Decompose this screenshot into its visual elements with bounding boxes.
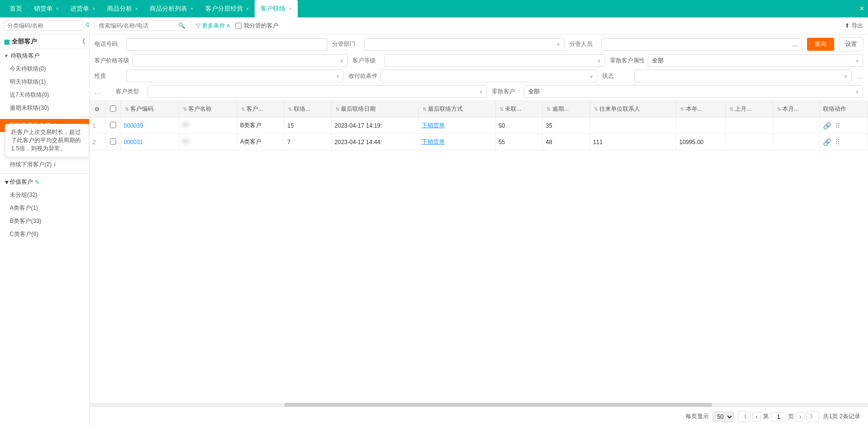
my-customers-checkbox[interactable] [235,23,242,29]
nav-item-customer-contact[interactable]: 客户联络 × [255,0,297,17]
nav-item-customer-tier[interactable]: 客户分层经营 × [199,0,255,17]
nav-item-purchase[interactable]: 进货单 × [64,0,101,17]
filter-payment: 收付款条件 ∨ [349,70,598,82]
row-checkbox-1[interactable] [105,134,121,150]
nav-close-analysis[interactable]: × [135,6,138,12]
col-code-header[interactable]: ⇅ 客户编码 [121,101,179,118]
sidebar-value-group[interactable]: ▼ 价值客户 ✎ [0,176,89,189]
nav-close-customer-tier[interactable]: × [246,6,249,12]
row-actions-0[interactable]: 🔗 ⠿ [820,118,868,134]
nav-close-purchase[interactable]: × [92,6,95,12]
action-link-icon-0[interactable]: 🔗 [823,122,831,130]
filter-phone: 电话号码 [94,38,327,51]
row3-more-btn[interactable]: … [856,72,863,80]
row-name-0[interactable]: *** [179,118,237,134]
sidebar-all-customers[interactable]: ▦ 全部客户 《 [0,34,89,49]
sidebar-item-overdue[interactable]: 逾期未联络(30) [0,102,89,115]
more-conditions-btn[interactable]: ▽ 更多条件 ∧ [196,22,230,30]
filter-customer-type: 客户类型 ∨ [116,85,487,98]
col-settings[interactable]: ⚙ [90,101,105,118]
sort-icon-person: ⇅ [594,106,598,112]
sidebar-item-7days[interactable]: 近7天待联络(0) [0,88,89,102]
sidebar-item-continuous-down[interactable]: 持续下滑客户(2) ℹ [0,158,89,171]
sort-icon-contact: ⇅ [288,106,292,112]
my-customers-checkbox-area[interactable]: 我分管的客户 [235,22,278,30]
col-type-header[interactable]: ⇅ 客户... [237,101,284,118]
page-input[interactable] [771,412,786,422]
sidebar-item-class-a[interactable]: A类客户(1) [0,202,89,215]
col-checkbox[interactable] [105,101,121,118]
row-last-method-1[interactable]: 下销货单 [418,134,495,150]
nav-item-analysis[interactable]: 商品分析 × [101,0,144,17]
status-select[interactable]: ∨ [634,70,852,82]
filter-search-icon[interactable]: 🔍 [178,22,185,29]
sidebar-search-icon[interactable]: 🔍 [85,22,90,29]
row-name-1[interactable]: *** [179,134,237,150]
filter-search-input[interactable] [99,22,176,29]
first-page-btn[interactable]: 《 [738,411,750,422]
prev-page-btn[interactable]: ‹ [752,412,761,422]
horizontal-scrollbar[interactable] [90,403,868,407]
col-this-month-header[interactable]: ⇅ 本月... [773,101,820,118]
col-last-month-header[interactable]: ⇅ 上月... [726,101,773,118]
col-uncontacted-header[interactable]: ⇅ 未联... [495,101,543,118]
filter-panel: 电话号码 分管部门 ∨ 分管人员 … 查询 [90,34,868,101]
customer-type-select[interactable]: ∨ [148,85,487,98]
row-actions-1[interactable]: 🔗 ⠿ [820,134,868,150]
price-level-select[interactable]: ∨ [132,54,348,67]
nav-close-analysis-list[interactable]: × [190,6,193,12]
export-btn[interactable]: ⬆ 导出 [845,22,863,30]
window-close-btn[interactable]: × [860,4,864,13]
nav-item-analysis-list[interactable]: 商品分析列表 × [144,0,199,17]
sidebar-item-class-b[interactable]: B类客户(33) [0,215,89,228]
select-all-checkbox[interactable] [110,105,116,112]
action-more-icon-0[interactable]: ⠿ [835,122,840,130]
filter-search-box[interactable]: 🔍 [94,20,191,31]
scrollbar-thumb[interactable] [284,403,712,407]
customer-level-down-icon: ∨ [597,58,601,63]
sidebar-pending-group[interactable]: ▼ 待联络客户 [0,49,89,62]
next-page-btn[interactable]: › [796,412,805,422]
last-page-btn[interactable]: 》 [807,411,819,422]
payment-select[interactable]: ∨ [381,70,598,82]
nav-item-home[interactable]: 首页 [4,0,28,17]
per-page-select[interactable]: 50 [713,411,734,422]
price-level-down-icon: ∨ [340,58,343,63]
row-last-method-0[interactable]: 下销货单 [418,118,495,134]
sidebar-item-today[interactable]: 今天待联络(0) [0,62,89,75]
col-contact-person-header[interactable]: ⇅ 往来单位联系人 [590,101,676,118]
col-last-date-header[interactable]: ⇅ 最后联络日期 [332,101,419,118]
action-more-icon-1[interactable]: ⠿ [835,138,840,146]
row4-dots-btn[interactable]: … [94,88,101,95]
row-checkbox-0[interactable] [105,118,121,134]
col-last-method-header[interactable]: ⇅ 最后联络方式 [418,101,495,118]
sidebar-item-tomorrow[interactable]: 明天待联络(1) [0,75,89,88]
customer-level-select[interactable]: ∨ [384,54,606,67]
sidebar-collapse-btn[interactable]: 《 [79,37,85,46]
nav-close-customer-contact[interactable]: × [289,6,291,12]
settings-button[interactable]: 设置 [839,37,863,51]
col-name-header[interactable]: ⇅ 客户名称 [179,101,237,118]
query-button[interactable]: 查询 [807,38,834,51]
manager-select[interactable]: … [601,38,802,51]
nav-item-sales[interactable]: 销货单 × [28,0,64,17]
value-group-edit-icon[interactable]: ✎ [35,179,40,186]
row-code-1[interactable]: 000031 [121,134,179,150]
col-overdue-header[interactable]: ⇅ 逾期... [543,101,590,118]
row-type-0: B类客户 [237,118,284,134]
retail-customer-select[interactable]: 全部 ∨ [524,85,863,98]
phone-input[interactable] [126,38,327,51]
per-page-label: 每页显示 [685,412,709,421]
retail-attr-select[interactable]: 全部 ∨ [648,54,863,67]
continuous-down-info-icon: ℹ [54,162,56,168]
dept-select[interactable]: ∨ [364,38,565,51]
sidebar-search-input[interactable] [4,20,83,31]
row-code-0[interactable]: 000039 [121,118,179,134]
action-link-icon-1[interactable]: 🔗 [823,138,831,146]
sidebar-item-class-c[interactable]: C类客户(6) [0,228,89,241]
col-this-year-header[interactable]: ⇅ 本年... [676,101,726,118]
col-contact-header[interactable]: ⇅ 联络... [284,101,332,118]
nature-select[interactable]: ∨ [126,70,344,82]
nav-close-sales[interactable]: × [56,6,59,12]
sidebar-item-ungrouped[interactable]: 未分组(32) [0,189,89,202]
